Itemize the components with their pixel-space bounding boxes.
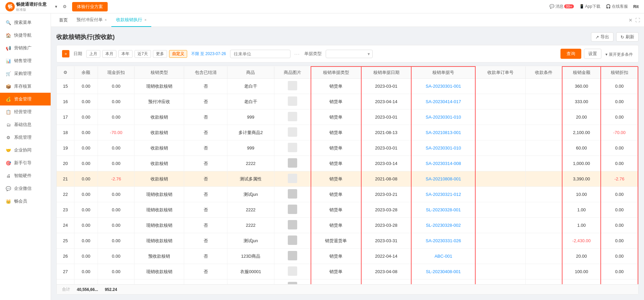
sidebar-item-sales[interactable]: 📊 销售管理	[0, 54, 51, 67]
online-service-btn[interactable]: 🎧 在线客服	[606, 4, 628, 9]
date-range-display: 不限 至 2023-07-26	[191, 51, 226, 57]
row-balance: 0.00	[74, 249, 98, 264]
filter-expand-button[interactable]: »	[62, 50, 69, 57]
app-logo: 畅 畅捷通谱好生意 标准版	[5, 2, 52, 11]
row-verify-type: 收款核销	[135, 125, 184, 140]
close-window-icon[interactable]: ✕	[629, 17, 633, 23]
sidebar-item-ops[interactable]: 📋 经营管理	[0, 105, 51, 118]
sidebar-item-guide[interactable]: 🎯 新手引导	[0, 157, 51, 169]
sidebar-item-search[interactable]: 🔍 搜索菜单	[0, 16, 51, 29]
solution-button[interactable]: 体验行业方案	[72, 2, 108, 11]
row-balance: 0.00	[74, 264, 98, 280]
table-scroll[interactable]: ⚙ 余额 现金折扣 核销类型 包含已结清 商品 商品图片 核销单据类型 核销单据…	[57, 66, 638, 284]
sidebar-item-corp[interactable]: 🤝 企业协同	[0, 144, 51, 157]
date-this-year[interactable]: 本年	[118, 50, 132, 58]
date-custom[interactable]: 自定义	[169, 50, 187, 58]
row-verify-bill-no[interactable]: SA-20230301-001	[411, 79, 475, 94]
row-verify-amount: 360.00	[562, 79, 601, 94]
row-verify-bill-no[interactable]: SL-20230418-001	[411, 280, 475, 285]
table-footer: 合计 40,556,66... 952.24	[57, 284, 638, 294]
row-verify-bill-no[interactable]: SA-20230314-008	[411, 156, 475, 171]
row-product: 测试jun	[227, 233, 274, 249]
page-body: 收款核销执行(按收款) ↗ 导出 ↻ 刷新 » 日期 上月	[51, 27, 644, 300]
date-this-month[interactable]: 本月	[102, 50, 116, 58]
app-download-btn[interactable]: 📱 App下载	[579, 4, 600, 9]
sidebar-item-member[interactable]: 👑 畅会员	[0, 195, 51, 208]
page-title: 收款核销执行(按收款)	[56, 33, 115, 41]
row-verify-bill-no[interactable]: SA-20230331-026	[411, 233, 475, 249]
filter-settings-button[interactable]: 设置	[584, 49, 601, 59]
row-balance: 0.00	[74, 94, 98, 110]
date-label: 日期	[73, 51, 82, 57]
sidebar-item-purchase[interactable]: 🛒 采购管理	[0, 67, 51, 80]
row-verify-bill-date: 2023-04-14	[361, 94, 412, 110]
app-dropdown[interactable]	[55, 4, 57, 9]
row-num: 19	[57, 140, 74, 156]
home-icon: 🏠	[5, 32, 11, 38]
table-row: 18 0.00 -70.00 收款核销 否 多计量商品2 销货单 2021-08…	[57, 125, 638, 140]
tab-home[interactable]: 首页	[55, 13, 72, 27]
row-receipt-order-no	[475, 110, 525, 125]
message-btn[interactable]: 💬 消息99+	[549, 4, 574, 9]
row-verify-bill-date: 2023-03-28	[361, 202, 412, 218]
row-verify-amount: 333.00	[562, 94, 601, 110]
sidebar-item-wechat[interactable]: 💬 企业微信	[0, 182, 51, 195]
expand-more-button[interactable]: ▾ 展开更多条件	[605, 50, 633, 57]
sidebar-item-system[interactable]: ⚙ 系统管理	[0, 131, 51, 144]
row-receipt-order-no	[475, 125, 525, 140]
row-verify-bill-no[interactable]: SL-20230328-001	[411, 202, 475, 218]
date-more[interactable]: 更多	[153, 50, 167, 58]
row-verify-bill-no[interactable]: SL-20230408-001	[411, 264, 475, 280]
row-verify-bill-date: 2023-03-28	[361, 218, 412, 233]
row-verify-discount: 0.00	[601, 233, 638, 249]
voucher-type-select[interactable]	[326, 50, 373, 58]
row-verify-type: 收款核销	[135, 140, 184, 156]
export-button[interactable]: ↗ 导出	[591, 32, 613, 42]
sidebar-item-basic[interactable]: 🗂 基础信息	[0, 118, 51, 131]
sidebar-item-label: 系统管理	[14, 134, 32, 140]
date-last-month[interactable]: 上月	[86, 50, 100, 58]
row-verify-bill-no[interactable]: SA-20210813-001	[411, 125, 475, 140]
row-verify-bill-no[interactable]: SA-20230301-010	[411, 110, 475, 125]
query-button[interactable]: 查询	[560, 49, 581, 59]
row-verify-bill-no[interactable]: SA-20230301-010	[411, 140, 475, 156]
refresh-button[interactable]: ↻ 刷新	[616, 32, 639, 42]
row-product-img	[274, 79, 311, 94]
tab-verify[interactable]: 收款核销执行 ×	[111, 13, 151, 27]
maximize-icon[interactable]: ⛶	[635, 17, 640, 23]
row-verify-bill-no[interactable]: SA-20210808-001	[411, 171, 475, 187]
col-settings[interactable]: ⚙	[57, 67, 74, 79]
table-row: 25 0.00 0.00 现销收款核销 否 测试jun 销货退货单 2023-0…	[57, 233, 638, 249]
sidebar-item-marketing[interactable]: 📢 营销推广	[0, 42, 51, 54]
row-verify-type: 收款核销	[135, 110, 184, 125]
sidebar-item-quick-nav[interactable]: 🏠 快捷导航	[0, 29, 51, 42]
row-verify-bill-no[interactable]: SA-20230321-012	[411, 187, 475, 202]
row-receipt-order-no	[475, 264, 525, 280]
row-verify-bill-no[interactable]: SL-20230328-002	[411, 218, 475, 233]
search-icon: 🔍	[5, 19, 11, 26]
table-row: 22 0.00 0.00 现销收款核销 否 测试jun 销货单 2023-03-…	[57, 187, 638, 202]
unit-input[interactable]	[230, 50, 290, 58]
tab-prepay-close[interactable]: ×	[105, 18, 107, 22]
main-layout: 🔍 搜索菜单 🏠 快捷导航 📢 营销推广 📊 销售管理 🛒 采购管理 📦 库存核…	[0, 13, 644, 300]
row-product-img	[274, 171, 311, 187]
row-verify-bill-no[interactable]: ABC-001	[411, 249, 475, 264]
user-name: Rit	[633, 4, 639, 9]
message-badge: 99+	[564, 4, 574, 8]
sidebar: 🔍 搜索菜单 🏠 快捷导航 📢 营销推广 📊 销售管理 🛒 采购管理 📦 库存核…	[0, 13, 51, 300]
tab-verify-close[interactable]: ×	[144, 18, 146, 22]
tab-prepay[interactable]: 预付冲应付单 ×	[72, 13, 111, 27]
row-balance: 0.00	[74, 156, 98, 171]
row-receipt-condition	[525, 249, 562, 264]
row-receipt-order-no	[475, 140, 525, 156]
settings-icon[interactable]: ⚙	[60, 2, 69, 11]
sidebar-item-hardware[interactable]: 🖨 智能硬件	[0, 169, 51, 182]
row-verify-bill-no[interactable]: SA-20230414-017	[411, 94, 475, 110]
table-row: 21 0.00 -2.76 收款核销 否 测试多属性 销货单 2021-08-0…	[57, 171, 638, 187]
filter-action-buttons: 查询 设置	[560, 49, 601, 59]
product-thumbnail	[288, 81, 297, 90]
sidebar-item-inventory[interactable]: 📦 库存核算	[0, 80, 51, 93]
row-product-img	[274, 249, 311, 264]
date-7days[interactable]: 近7天	[135, 50, 151, 58]
sidebar-item-finance[interactable]: 💰 资金管理	[0, 93, 51, 105]
